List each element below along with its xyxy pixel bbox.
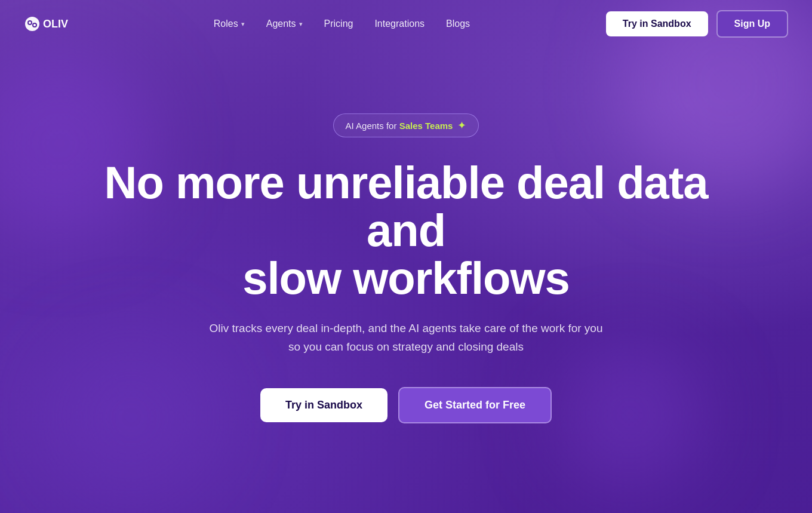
nav-item-agents[interactable]: Agents ▾ (266, 19, 303, 29)
hero-cta-group: Try in Sandbox Get Started for Free (260, 387, 552, 423)
spark-icon: ✦ (457, 119, 466, 132)
nav-links: Roles ▾ Agents ▾ Pricing Integrations Bl… (214, 19, 470, 29)
navbar: OLIV Roles ▾ Agents ▾ Pricing Integratio… (0, 0, 812, 48)
nav-cta: Try in Sandbox Sign Up (606, 10, 788, 38)
nav-item-blogs[interactable]: Blogs (446, 19, 470, 29)
nav-item-roles[interactable]: Roles ▾ (214, 19, 245, 29)
nav-item-pricing[interactable]: Pricing (324, 19, 353, 29)
hero-section: AI Agents for Sales Teams ✦ No more unre… (0, 48, 812, 423)
hero-subtitle: Oliv tracks every deal in-depth, and the… (209, 320, 602, 356)
logo[interactable]: OLIV (24, 13, 78, 35)
nav-sandbox-button[interactable]: Try in Sandbox (606, 11, 708, 36)
svg-text:OLIV: OLIV (43, 18, 68, 30)
svg-point-0 (25, 17, 39, 31)
hero-sandbox-button[interactable]: Try in Sandbox (260, 388, 387, 422)
hero-title: No more unreliable deal data and slow wo… (63, 159, 749, 302)
hero-badge: AI Agents for Sales Teams ✦ (333, 113, 479, 137)
svg-point-4 (33, 24, 36, 26)
nav-item-integrations[interactable]: Integrations (374, 19, 425, 29)
nav-signup-button[interactable]: Sign Up (716, 10, 788, 38)
chevron-down-icon: ▾ (241, 20, 245, 28)
svg-point-3 (29, 21, 31, 24)
badge-label: AI Agents for Sales Teams (346, 121, 453, 131)
chevron-down-icon: ▾ (299, 20, 303, 28)
hero-get-started-button[interactable]: Get Started for Free (398, 387, 552, 423)
